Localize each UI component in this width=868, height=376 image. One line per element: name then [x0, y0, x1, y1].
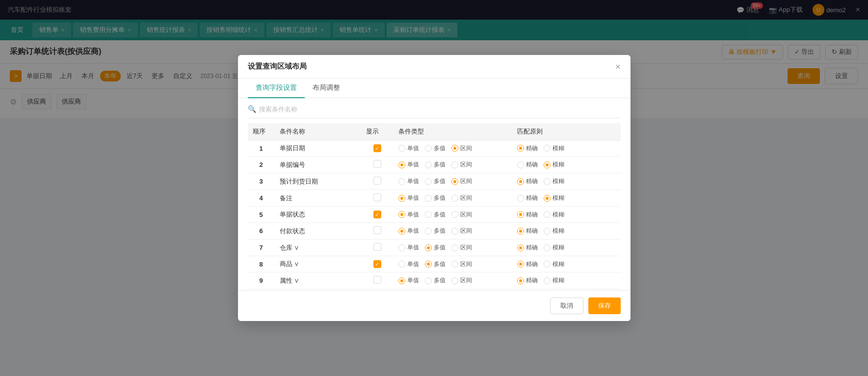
row-match-7: 精确模糊 [512, 256, 620, 272]
match-circle-6 [544, 244, 551, 251]
type-radio-多值-6[interactable]: 多值 [425, 243, 446, 252]
match-radio-精确-1[interactable]: 精确 [517, 161, 538, 169]
row-show-0[interactable] [361, 140, 394, 157]
show-checkbox-0[interactable] [373, 144, 381, 152]
match-radio-模糊-2[interactable]: 模糊 [544, 177, 564, 186]
row-show-1[interactable] [361, 157, 394, 173]
type-radio-多值-0[interactable]: 多值 [425, 144, 446, 153]
row-name-0: 单据日期 [275, 140, 361, 157]
type-group-2: 单值多值区间 [398, 177, 507, 186]
show-checkbox-8[interactable] [373, 276, 381, 284]
match-label-1: 模糊 [552, 161, 564, 169]
row-show-6[interactable] [361, 240, 394, 256]
tab-layout-adjust[interactable]: 布局调整 [305, 79, 348, 98]
radio-circle-2 [398, 178, 405, 185]
show-checkbox-5[interactable] [373, 226, 381, 234]
show-checkbox-7[interactable] [373, 260, 381, 268]
match-radio-精确-6[interactable]: 精确 [517, 243, 538, 252]
type-radio-单值-4[interactable]: 单值 [398, 211, 419, 219]
type-radio-多值-7[interactable]: 多值 [425, 260, 446, 269]
row-type-4: 单值多值区间 [394, 207, 512, 223]
match-radio-精确-8[interactable]: 精确 [517, 276, 538, 285]
type-radio-单值-8[interactable]: 单值 [398, 276, 419, 285]
show-checkbox-6[interactable] [373, 243, 381, 251]
match-circle-8 [517, 277, 524, 284]
match-radio-精确-5[interactable]: 精确 [517, 227, 538, 235]
cancel-button[interactable]: 取消 [550, 297, 583, 314]
type-radio-单值-3[interactable]: 单值 [398, 194, 419, 202]
match-radio-模糊-7[interactable]: 模糊 [544, 260, 564, 269]
search-input[interactable] [259, 106, 357, 113]
type-radio-区间-7[interactable]: 区间 [451, 260, 472, 269]
show-checkbox-4[interactable] [373, 211, 381, 218]
row-show-5[interactable] [361, 223, 394, 240]
type-radio-多值-5[interactable]: 多值 [425, 227, 446, 235]
type-radio-区间-1[interactable]: 区间 [451, 161, 472, 169]
type-radio-多值-8[interactable]: 多值 [425, 276, 446, 285]
row-order-1: 2 [248, 157, 275, 173]
row-show-8[interactable] [361, 272, 394, 289]
row-match-4: 精确模糊 [512, 207, 620, 223]
type-radio-单值-2[interactable]: 单值 [398, 177, 419, 186]
type-radio-区间-4[interactable]: 区间 [451, 211, 472, 219]
modal-close-button[interactable]: × [615, 62, 621, 71]
save-button[interactable]: 保存 [588, 297, 621, 314]
match-radio-模糊-4[interactable]: 模糊 [544, 211, 564, 219]
match-radio-模糊-1[interactable]: 模糊 [544, 161, 564, 169]
type-radio-区间-8[interactable]: 区间 [451, 276, 472, 285]
type-radio-多值-4[interactable]: 多值 [425, 211, 446, 219]
tab-field-settings[interactable]: 查询字段设置 [248, 79, 305, 98]
type-radio-多值-1[interactable]: 多值 [425, 161, 446, 169]
match-radio-精确-0[interactable]: 精确 [517, 144, 538, 153]
row-show-4[interactable] [361, 207, 394, 223]
match-radio-模糊-3[interactable]: 模糊 [544, 194, 564, 202]
match-radio-模糊-5[interactable]: 模糊 [544, 227, 564, 235]
type-radio-单值-7[interactable]: 单值 [398, 260, 419, 269]
row-name-4: 单据状态 [275, 207, 361, 223]
show-checkbox-1[interactable] [373, 160, 381, 168]
table-row: 1单据日期单值多值区间精确模糊 [248, 140, 621, 157]
row-name-2: 预计到货日期 [275, 173, 361, 190]
type-radio-区间-2[interactable]: 区间 [451, 177, 472, 186]
row-show-7[interactable] [361, 256, 394, 272]
match-radio-模糊-6[interactable]: 模糊 [544, 243, 564, 252]
row-show-2[interactable] [361, 173, 394, 190]
type-group-7: 单值多值区间 [398, 260, 507, 269]
radio-circle-5 [398, 228, 405, 235]
type-radio-单值-5[interactable]: 单值 [398, 227, 419, 235]
radio-circle-6 [425, 244, 432, 251]
radio-circle-6 [398, 244, 405, 251]
radio-label-7: 区间 [460, 260, 472, 269]
type-radio-单值-0[interactable]: 单值 [398, 144, 419, 153]
radio-label-4: 单值 [407, 211, 419, 219]
type-radio-单值-6[interactable]: 单值 [398, 243, 419, 252]
match-radio-精确-4[interactable]: 精确 [517, 211, 538, 219]
match-group-8: 精确模糊 [517, 276, 615, 285]
type-radio-单值-1[interactable]: 单值 [398, 161, 419, 169]
match-radio-精确-2[interactable]: 精确 [517, 177, 538, 186]
search-bar: 🔍 [248, 105, 621, 118]
match-label-7: 模糊 [552, 260, 564, 269]
type-radio-区间-6[interactable]: 区间 [451, 243, 472, 252]
type-radio-区间-5[interactable]: 区间 [451, 227, 472, 235]
show-checkbox-2[interactable] [373, 177, 381, 185]
row-name-7: 商品 ∨ [275, 256, 361, 272]
type-radio-区间-3[interactable]: 区间 [451, 194, 472, 202]
match-radio-模糊-8[interactable]: 模糊 [544, 276, 564, 285]
type-group-1: 单值多值区间 [398, 161, 507, 169]
type-radio-区间-0[interactable]: 区间 [451, 144, 472, 153]
show-checkbox-3[interactable] [373, 193, 381, 201]
type-group-6: 单值多值区间 [398, 243, 507, 252]
type-radio-多值-2[interactable]: 多值 [425, 177, 446, 186]
match-radio-模糊-0[interactable]: 模糊 [544, 144, 564, 153]
col-name: 条件名称 [275, 123, 361, 140]
match-radio-精确-3[interactable]: 精确 [517, 194, 538, 202]
match-label-4: 精确 [526, 211, 538, 219]
radio-circle-3 [451, 195, 458, 202]
row-show-3[interactable] [361, 190, 394, 207]
radio-label-5: 单值 [407, 227, 419, 235]
type-radio-多值-3[interactable]: 多值 [425, 194, 446, 202]
radio-circle-2 [425, 178, 432, 185]
match-circle-1 [544, 161, 551, 168]
match-radio-精确-7[interactable]: 精确 [517, 260, 538, 269]
